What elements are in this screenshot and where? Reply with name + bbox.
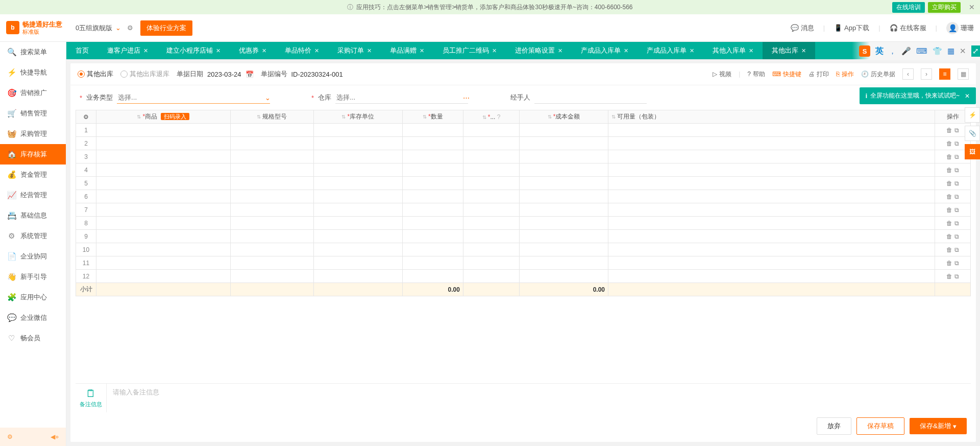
- tab-12[interactable]: 其他出库✕: [763, 42, 815, 59]
- delete-row-icon[interactable]: 🗑: [946, 273, 952, 280]
- gear-icon[interactable]: ⚙: [127, 24, 133, 32]
- discard-button[interactable]: 放弃: [817, 417, 851, 435]
- view-list-button[interactable]: ≡: [939, 68, 950, 80]
- print-button[interactable]: 🖨打印: [808, 70, 829, 79]
- close-icon[interactable]: ✕: [624, 48, 628, 54]
- tab-4[interactable]: 单品特价✕: [276, 42, 328, 59]
- sidebar-item-6[interactable]: 💰资金管理: [0, 165, 66, 185]
- table-row[interactable]: 5🗑 ⧉: [76, 177, 971, 190]
- banner-close-icon[interactable]: ✕: [969, 3, 975, 11]
- sidebar-item-2[interactable]: 🎯营销推广: [0, 83, 66, 103]
- help-link[interactable]: ?帮助: [747, 70, 765, 79]
- tab-10[interactable]: 产成品入库单✕: [638, 42, 703, 59]
- close-icon[interactable]: ✕: [262, 48, 266, 54]
- col-goods[interactable]: ⇅*商品 扫码录入: [96, 110, 231, 124]
- remark-input[interactable]: [106, 384, 971, 412]
- copy-row-icon[interactable]: ⧉: [954, 220, 959, 227]
- history-button[interactable]: 🕘历史单据: [861, 70, 895, 79]
- help-icon[interactable]: ?: [497, 113, 501, 121]
- copy-row-icon[interactable]: ⧉: [954, 180, 959, 187]
- brand-logo[interactable]: b 畅捷通好生意 标准版: [6, 21, 62, 34]
- user-menu[interactable]: 👤珊珊: [946, 22, 974, 34]
- delete-row-icon[interactable]: 🗑: [946, 193, 952, 200]
- messages-link[interactable]: 💬消息: [791, 24, 814, 33]
- close-icon[interactable]: ✕: [492, 48, 497, 54]
- close-icon[interactable]: ✕: [690, 48, 694, 54]
- doc-date[interactable]: 单据日期 2023-03-24 📅: [177, 69, 254, 79]
- close-icon[interactable]: ✕: [801, 48, 806, 54]
- table-row[interactable]: 2🗑 ⧉: [76, 137, 971, 150]
- warehouse-input[interactable]: [335, 91, 468, 104]
- plan-selector[interactable]: 0五组旗舰版 ⌄ ⚙: [76, 24, 133, 33]
- ime-shirt-icon[interactable]: 👕: [933, 46, 942, 56]
- radio-other-out[interactable]: 其他出库: [78, 69, 113, 79]
- delete-row-icon[interactable]: 🗑: [946, 260, 952, 267]
- sidebar-item-13[interactable]: 💬企业微信: [0, 308, 66, 328]
- col-unit[interactable]: ⇅*库存单位: [313, 110, 402, 124]
- copy-row-icon[interactable]: ⧉: [954, 233, 959, 240]
- close-icon[interactable]: ✕: [216, 48, 220, 54]
- table-settings-button[interactable]: ⚙: [76, 110, 96, 124]
- sidebar-item-14[interactable]: ♡畅会员: [0, 328, 66, 348]
- next-page-button[interactable]: ›: [921, 68, 932, 80]
- buy-now-button[interactable]: 立即购买: [928, 2, 961, 13]
- rail-image-icon[interactable]: 🖼: [965, 144, 980, 159]
- app-download-link[interactable]: 📱App下载: [834, 24, 869, 33]
- table-row[interactable]: 7🗑 ⧉: [76, 203, 971, 217]
- ime-mic-icon[interactable]: 🎤: [901, 46, 911, 56]
- handler-field[interactable]: 经手人: [510, 91, 647, 104]
- table-row[interactable]: 11🗑 ⧉: [76, 256, 971, 270]
- delete-row-icon[interactable]: 🗑: [946, 153, 952, 160]
- scan-entry-badge[interactable]: 扫码录入: [161, 113, 189, 120]
- copy-row-icon[interactable]: ⧉: [954, 153, 959, 160]
- shortcut-link[interactable]: ⌨快捷键: [772, 70, 801, 79]
- copy-row-icon[interactable]: ⧉: [954, 246, 959, 253]
- radio-other-out-return[interactable]: 其他出库退库: [120, 69, 169, 79]
- sidebar-item-4[interactable]: 🧺采购管理: [0, 124, 66, 144]
- sidebar-item-5[interactable]: 🏠库存核算: [0, 144, 66, 165]
- close-icon[interactable]: ✕: [420, 48, 424, 54]
- tab-3[interactable]: 优惠券✕: [230, 42, 276, 59]
- table-row[interactable]: 4🗑 ⧉: [76, 163, 971, 177]
- ime-comma-icon[interactable]: ，: [889, 46, 896, 56]
- chevron-down-icon[interactable]: ⌄: [265, 94, 271, 102]
- tab-6[interactable]: 单品满赠✕: [381, 42, 433, 59]
- copy-row-icon[interactable]: ⧉: [954, 273, 959, 280]
- sidebar-item-10[interactable]: 📄企业协同: [0, 246, 66, 267]
- sidebar-item-11[interactable]: 👋新手引导: [0, 267, 66, 287]
- close-icon[interactable]: ✕: [749, 48, 753, 54]
- tab-0[interactable]: 首页: [66, 42, 98, 59]
- sidebar-item-0[interactable]: 🔍搜索菜单: [0, 42, 66, 62]
- view-card-button[interactable]: ▦: [958, 68, 969, 80]
- delete-row-icon[interactable]: 🗑: [946, 246, 952, 253]
- operations-menu[interactable]: ⎘操作: [836, 70, 854, 79]
- col-avail[interactable]: ⇅可用量（包装）: [608, 110, 935, 124]
- delete-row-icon[interactable]: 🗑: [946, 180, 952, 187]
- support-link[interactable]: 🎧在线客服: [890, 24, 926, 33]
- col-spec[interactable]: ⇅规格型号: [230, 110, 313, 124]
- collapse-sidebar-icon[interactable]: ◀»: [51, 433, 59, 440]
- save-and-new-button[interactable]: 保存&新增▾: [910, 418, 967, 434]
- sidebar-item-9[interactable]: ⚙系统管理: [0, 226, 66, 246]
- rail-lightning-icon[interactable]: ⚡: [965, 107, 980, 123]
- business-type-input[interactable]: [117, 91, 270, 104]
- tab-9[interactable]: 产成品入库单✕: [572, 42, 638, 59]
- tab-1[interactable]: 邀客户进店✕: [98, 42, 157, 59]
- online-training-button[interactable]: 在线培训: [892, 2, 925, 13]
- table-row[interactable]: 9🗑 ⧉: [76, 230, 971, 243]
- rail-attachment-icon[interactable]: 📎: [965, 126, 980, 141]
- sidebar-item-7[interactable]: 📈经营管理: [0, 185, 66, 205]
- table-row[interactable]: 3🗑 ⧉: [76, 150, 971, 163]
- business-type-field[interactable]: *业务类型 ⌄: [80, 91, 271, 104]
- table-row[interactable]: 8🗑 ⧉: [76, 217, 971, 230]
- table-row[interactable]: 12🗑 ⧉: [76, 270, 971, 283]
- ime-close-icon[interactable]: ✕: [960, 46, 966, 56]
- warehouse-field[interactable]: *仓库 ⋯: [311, 91, 470, 104]
- col-qty[interactable]: ⇅*数量: [402, 110, 463, 124]
- handler-input[interactable]: [534, 91, 647, 104]
- delete-row-icon[interactable]: 🗑: [946, 167, 952, 174]
- delete-row-icon[interactable]: 🗑: [946, 220, 952, 227]
- sidebar-item-12[interactable]: 🧩应用中心: [0, 287, 66, 308]
- sidebar-item-1[interactable]: ⚡快捷导航: [0, 62, 66, 83]
- close-icon[interactable]: ✕: [965, 92, 970, 100]
